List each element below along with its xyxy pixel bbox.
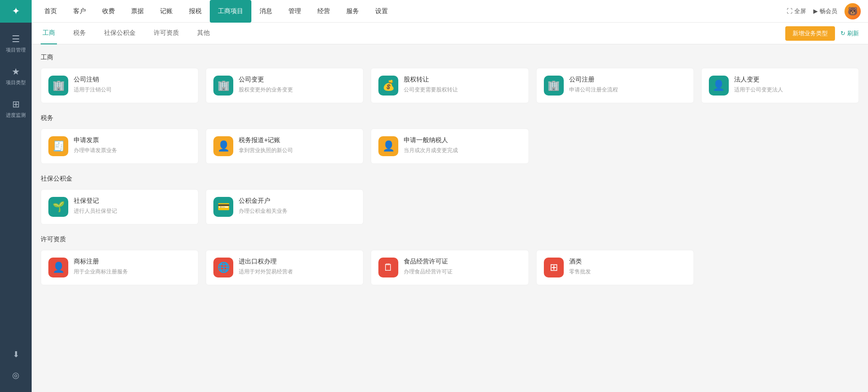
- card-text: 申请发票 办理申请发票业务: [74, 136, 191, 154]
- card-desc: 办理申请发票业务: [74, 147, 191, 154]
- add-type-button[interactable]: 新增业务类型: [785, 26, 835, 41]
- card-desc: 适用于对外贸易经营者: [239, 268, 356, 276]
- nav-item-服务[interactable]: 服务: [338, 0, 367, 23]
- card-icon: 👤: [709, 76, 729, 96]
- card-icon: 🏢: [213, 76, 233, 96]
- service-card[interactable]: 👤 商标注册 用于企业商标注册服务: [41, 250, 198, 285]
- card-title: 商标注册: [74, 258, 191, 266]
- card-desc: 公司变更需要股权转让: [404, 86, 521, 94]
- card-desc: 申请公司注册全流程: [569, 86, 686, 94]
- card-title: 进出口权办理: [239, 258, 356, 266]
- sidebar-item-项目管理[interactable]: ☰项目管理: [0, 27, 32, 60]
- sidebar-bottom-item[interactable]: ◎: [0, 366, 32, 385]
- nav-item-管理[interactable]: 管理: [280, 0, 309, 23]
- service-card[interactable]: 👤 税务报道+记账 拿到营业执照的新公司: [206, 129, 363, 164]
- tab-许可资质[interactable]: 许可资质: [152, 23, 181, 44]
- card-desc: 股权变更外的业务变更: [239, 86, 356, 94]
- sidebar-icon: ★: [12, 66, 20, 77]
- nav-menu: 首页客户收费票据记账报税工商项目消息管理经营服务设置: [32, 0, 787, 23]
- card-icon: 👤: [378, 136, 398, 156]
- sidebar-item-进度监测[interactable]: ⊞进度监测: [0, 92, 32, 125]
- nav-item-经营[interactable]: 经营: [309, 0, 338, 23]
- card-title: 酒类: [569, 258, 686, 266]
- tab-社保公积金[interactable]: 社保公积金: [102, 23, 137, 44]
- nav-item-票据[interactable]: 票据: [123, 0, 152, 23]
- card-title: 申请发票: [74, 136, 191, 144]
- card-text: 酒类 零售批发: [569, 258, 686, 276]
- service-card[interactable]: 🌐 进出口权办理 适用于对外贸易经营者: [206, 250, 363, 285]
- service-card[interactable]: 🏢 公司注销 适用于注销公司: [41, 68, 198, 103]
- scroll-content: 工商 🏢 公司注销 适用于注销公司 🏢 公司变更 股权变更外的业务变更 💰 股权…: [32, 44, 868, 392]
- refresh-button[interactable]: ↻ 刷新: [840, 29, 859, 38]
- main-layout: ☰项目管理★项目类型⊞进度监测⬇◎ 工商税务社保公积金许可资质其他 新增业务类型…: [0, 23, 868, 392]
- refresh-icon: ↻: [840, 30, 845, 37]
- avatar[interactable]: 🐻: [844, 3, 861, 19]
- service-card[interactable]: ⊞ 酒类 零售批发: [536, 250, 694, 285]
- cards-grid: 🌱 社保登记 进行人员社保登记 💳 公积金开户 办理公积金相关业务: [41, 189, 859, 225]
- tab-税务[interactable]: 税务: [71, 23, 88, 44]
- card-title: 法人变更: [734, 76, 851, 84]
- nav-item-消息[interactable]: 消息: [251, 0, 280, 23]
- logo[interactable]: ✦: [0, 0, 32, 23]
- card-title: 食品经营许可证: [404, 258, 521, 266]
- card-desc: 拿到营业执照的新公司: [239, 147, 356, 154]
- card-desc: 进行人员社保登记: [74, 207, 191, 215]
- tab-其他[interactable]: 其他: [195, 23, 212, 44]
- section-title: 工商: [41, 53, 859, 62]
- card-desc: 零售批发: [569, 268, 686, 276]
- sidebar-bottom-item[interactable]: ⬇: [0, 345, 32, 364]
- service-card[interactable]: 🏢 公司注册 申请公司注册全流程: [536, 68, 694, 103]
- card-desc: 用于企业商标注册服务: [74, 268, 191, 276]
- service-card[interactable]: 🗒 食品经营许可证 办理食品经营许可证: [371, 250, 528, 285]
- sidebar-label: 进度监测: [6, 112, 26, 119]
- card-text: 法人变更 适用于公司变更法人: [734, 76, 851, 94]
- card-icon: 🏢: [48, 76, 68, 96]
- card-text: 进出口权办理 适用于对外贸易经营者: [239, 258, 356, 276]
- service-card[interactable]: 🏢 公司变更 股权变更外的业务变更: [206, 68, 363, 103]
- card-title: 股权转让: [404, 76, 521, 84]
- card-desc: 办理食品经营许可证: [404, 268, 521, 276]
- nav-item-首页[interactable]: 首页: [36, 0, 65, 23]
- section-title: 税务: [41, 114, 859, 122]
- card-text: 公司注销 适用于注销公司: [74, 76, 191, 94]
- nav-item-设置[interactable]: 设置: [367, 0, 396, 23]
- card-desc: 当月或次月成变更完成: [404, 147, 521, 154]
- fullscreen-label: 全屏: [794, 7, 806, 15]
- sidebar-item-项目类型[interactable]: ★项目类型: [0, 60, 32, 92]
- card-text: 食品经营许可证 办理食品经营许可证: [404, 258, 521, 276]
- nav-item-客户[interactable]: 客户: [65, 0, 94, 23]
- nav-item-报税[interactable]: 报税: [181, 0, 210, 23]
- nav-item-收费[interactable]: 收费: [94, 0, 123, 23]
- service-card[interactable]: 👤 申请一般纳税人 当月或次月成变更完成: [371, 129, 528, 164]
- card-icon: 👤: [213, 136, 233, 156]
- service-card[interactable]: 🌱 社保登记 进行人员社保登记: [41, 189, 198, 225]
- card-icon: 💰: [378, 76, 398, 96]
- cards-grid: 🏢 公司注销 适用于注销公司 🏢 公司变更 股权变更外的业务变更 💰 股权转让 …: [41, 68, 859, 103]
- card-icon: 🗒: [378, 258, 398, 277]
- card-title: 税务报道+记账: [239, 136, 356, 144]
- fullscreen-icon: ⛶: [787, 8, 793, 14]
- section-title: 社保公积金: [41, 175, 859, 183]
- sidebar-icon: ☰: [12, 33, 20, 44]
- cards-grid: 👤 商标注册 用于企业商标注册服务 🌐 进出口权办理 适用于对外贸易经营者 🗒 …: [41, 250, 859, 285]
- vip-label: 畅会员: [820, 7, 837, 15]
- vip-button[interactable]: ▶ 畅会员: [813, 7, 837, 15]
- fullscreen-button[interactable]: ⛶ 全屏: [787, 7, 806, 15]
- service-card[interactable]: 👤 法人变更 适用于公司变更法人: [701, 68, 859, 103]
- card-title: 公司变更: [239, 76, 356, 84]
- card-text: 商标注册 用于企业商标注册服务: [74, 258, 191, 276]
- nav-item-记账[interactable]: 记账: [152, 0, 181, 23]
- tab-actions: 新增业务类型 ↻ 刷新: [785, 26, 859, 41]
- card-text: 社保登记 进行人员社保登记: [74, 197, 191, 215]
- service-card[interactable]: 💰 股权转让 公司变更需要股权转让: [371, 68, 528, 103]
- nav-item-工商项目[interactable]: 工商项目: [210, 0, 251, 23]
- cards-grid: 🧾 申请发票 办理申请发票业务 👤 税务报道+记账 拿到营业执照的新公司 👤 申…: [41, 129, 859, 164]
- tab-bar: 工商税务社保公积金许可资质其他 新增业务类型 ↻ 刷新: [32, 23, 868, 44]
- card-text: 税务报道+记账 拿到营业执照的新公司: [239, 136, 356, 154]
- service-card[interactable]: 🧾 申请发票 办理申请发票业务: [41, 129, 198, 164]
- tab-工商[interactable]: 工商: [41, 23, 57, 44]
- service-card[interactable]: 💳 公积金开户 办理公积金相关业务: [206, 189, 363, 225]
- card-icon: 👤: [48, 258, 68, 277]
- card-desc: 办理公积金相关业务: [239, 207, 356, 215]
- card-text: 公司变更 股权变更外的业务变更: [239, 76, 356, 94]
